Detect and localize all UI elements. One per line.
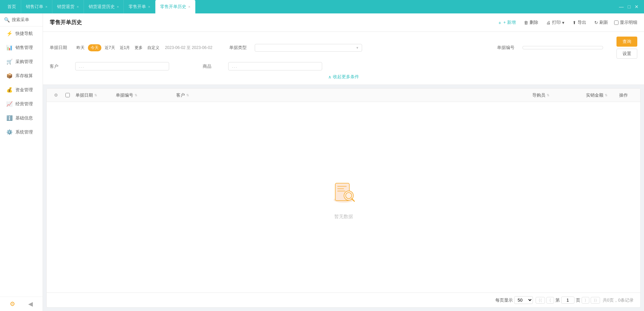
next-page-btn[interactable]: ⟩: [582, 297, 589, 304]
date-btn-more[interactable]: 更多: [133, 44, 144, 51]
add-button[interactable]: + 新增: [496, 18, 518, 27]
sidebar-search[interactable]: 🔍 搜索采单: [0, 13, 43, 27]
minimize-btn[interactable]: —: [619, 4, 624, 9]
per-page-dropdown[interactable]: 10 20 50 100: [514, 296, 533, 304]
page-suffix: 页: [576, 297, 580, 303]
collapse-up-icon: ∧: [328, 74, 332, 80]
tab-home[interactable]: 首页: [3, 0, 21, 13]
bill-type-select[interactable]: ▾: [255, 44, 362, 52]
table-header: ⚙ 单据日期 ⇅ 单据编号 ⇅ 客户 ⇅ 导购员 ⇅: [47, 89, 640, 102]
col-header-guide[interactable]: 导购员 ⇅: [530, 92, 570, 98]
page-input[interactable]: [561, 297, 575, 304]
goods-label: 商品: [203, 63, 221, 69]
delete-icon: 🗑: [524, 20, 528, 25]
purchase-icon: 🛒: [6, 59, 13, 65]
goods-input[interactable]: ...: [228, 62, 322, 70]
search-icon: 🔍: [4, 17, 10, 22]
tab-close-sales-return[interactable]: ×: [77, 5, 79, 9]
toolbar: + 新增 🗑 删除 🖨 打印 ▾ ⬆ 导出 ↻ 刷新: [496, 18, 637, 32]
setting-button[interactable]: 设置: [616, 49, 637, 59]
sort-customer-icon: ⇅: [186, 93, 189, 97]
select-all-checkbox[interactable]: [62, 93, 73, 97]
finance-icon: 💰: [6, 87, 13, 93]
date-btn-custom[interactable]: 自定义: [146, 44, 161, 51]
sidebar-nav: ⚡ 快捷导航 📊 销售管理 🛒 采购管理 📦 库存核算 💰 资金管理 📈: [0, 27, 43, 297]
col-header-amount[interactable]: 实销金额 ⇅: [570, 92, 610, 98]
bill-no-label: 单据编号: [497, 45, 516, 51]
tab-close-sales-return-history[interactable]: ×: [117, 5, 119, 9]
settings-gear-icon[interactable]: ⚙: [10, 300, 15, 308]
bill-no-input[interactable]: [523, 46, 603, 49]
col-header-date[interactable]: 单据日期 ⇅: [73, 92, 113, 98]
tab-sales-return-history[interactable]: 销货退货历史 ×: [84, 0, 124, 13]
date-btns: 昨天 今天 近7天 近1月 更多 自定义 2023-06-02 至 2023-0…: [75, 44, 212, 51]
col-header-customer[interactable]: 客户 ⇅: [174, 92, 530, 98]
export-icon: ⬆: [573, 20, 576, 25]
query-button[interactable]: 查询: [616, 37, 637, 47]
tab-close-retail-history[interactable]: ×: [188, 5, 190, 9]
tab-retail-order[interactable]: 零售开单 ×: [124, 0, 155, 13]
sidebar-item-inventory[interactable]: 📦 库存核算: [0, 69, 43, 83]
tab-sales-return[interactable]: 销货退货 ×: [52, 0, 84, 13]
empty-state: 暂无数据: [47, 102, 640, 293]
prev-page-btn[interactable]: ⟨: [546, 297, 554, 304]
sidebar-item-operations[interactable]: 📈 经营管理: [0, 97, 43, 111]
per-page-select[interactable]: 每页显示 10 20 50 100: [495, 296, 533, 304]
collapse-button[interactable]: ∧ 收起更多条件: [328, 74, 359, 80]
bill-type-arrow-icon: ▾: [356, 46, 358, 50]
tab-close-retail-order[interactable]: ×: [148, 5, 150, 9]
print-dropdown-icon: ▾: [562, 20, 564, 25]
sidebar-item-quick-nav[interactable]: ⚡ 快捷导航: [0, 27, 43, 41]
tab-sales-order[interactable]: 销售订单 ×: [21, 0, 52, 13]
date-btn-1month[interactable]: 近1月: [118, 44, 132, 51]
sort-date-icon: ⇅: [94, 93, 97, 97]
col-header-ops: 操作: [610, 92, 637, 98]
first-page-btn[interactable]: ⟨⟨: [536, 297, 545, 304]
date-btn-yesterday[interactable]: 昨天: [75, 44, 86, 51]
date-btn-today[interactable]: 今天: [88, 44, 101, 51]
pagination: 每页显示 10 20 50 100 ⟨⟨ ⟨ 第 页 ⟩ ⟩⟩: [47, 293, 640, 307]
export-button[interactable]: ⬆ 导出: [571, 18, 588, 27]
basic-info-icon: ℹ️: [6, 115, 13, 121]
table-container: ⚙ 单据日期 ⇅ 单据编号 ⇅ 客户 ⇅ 导购员 ⇅: [46, 88, 641, 308]
date-btn-7days[interactable]: 近7天: [103, 44, 116, 51]
display-toggle[interactable]: 显示明细: [614, 19, 637, 25]
sidebar-collapse-icon[interactable]: ◀: [28, 300, 33, 308]
sort-guide-icon: ⇅: [547, 93, 549, 97]
delete-button[interactable]: 🗑 删除: [522, 18, 540, 27]
page-nav: ⟨⟨ ⟨ 第 页 ⟩ ⟩⟩: [536, 297, 600, 304]
filter-row-1: 单据日期 昨天 今天 近7天 近1月 更多 自定义 2023-06-02 至 2…: [50, 37, 637, 59]
tab-retail-history[interactable]: 零售开单历史 ×: [155, 0, 195, 13]
maximize-btn[interactable]: □: [628, 4, 631, 9]
sidebar-item-system[interactable]: ⚙️ 系统管理: [0, 125, 43, 139]
date-range-display: 2023-06-02 至 2023-06-02: [165, 45, 212, 51]
sidebar-footer: ⚙ ◀: [0, 297, 43, 311]
svg-rect-4: [337, 191, 345, 192]
operations-icon: 📈: [6, 101, 13, 107]
sort-billno-icon: ⇅: [135, 93, 137, 97]
last-page-btn[interactable]: ⟩⟩: [591, 297, 600, 304]
display-toggle-checkbox[interactable]: [614, 20, 618, 25]
sort-amount-icon: ⇅: [605, 93, 607, 97]
sidebar-item-finance[interactable]: 💰 资金管理: [0, 83, 43, 97]
inventory-icon: 📦: [6, 73, 13, 79]
column-settings-icon[interactable]: ⚙: [50, 93, 62, 98]
bill-type-label: 单据类型: [229, 45, 248, 51]
print-icon: 🖨: [546, 20, 551, 25]
sidebar-item-purchase[interactable]: 🛒 采购管理: [0, 55, 43, 69]
sidebar: 🔍 搜索采单 ⚡ 快捷导航 📊 销售管理 🛒 采购管理 📦 库存核算 💰: [0, 13, 43, 311]
filter-row-2: 客户 ... 商品 ...: [50, 62, 637, 70]
sidebar-item-sales[interactable]: 📊 销售管理: [0, 41, 43, 55]
page-title: 零售开单历史: [50, 19, 82, 31]
close-btn[interactable]: ✕: [635, 4, 639, 9]
collapse-row: ∧ 收起更多条件: [50, 74, 637, 80]
print-button[interactable]: 🖨 打印 ▾: [544, 18, 566, 27]
sidebar-item-basic-info[interactable]: ℹ️ 基础信息: [0, 111, 43, 125]
customer-input[interactable]: ...: [75, 62, 169, 70]
refresh-button[interactable]: ↻ 刷新: [592, 18, 610, 27]
date-label: 单据日期: [50, 45, 68, 51]
empty-text: 暂无数据: [334, 214, 353, 220]
col-header-billno[interactable]: 单据编号 ⇅: [113, 92, 174, 98]
tab-close-sales-order[interactable]: ×: [45, 5, 47, 9]
tab-bar: 首页 销售订单 × 销货退货 × 销货退货历史 × 零售开单 × 零售开单历史 …: [0, 0, 644, 13]
